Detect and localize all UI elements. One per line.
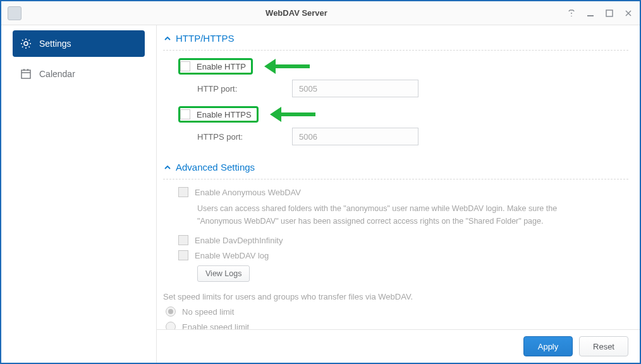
speed-intro: Set speed limits for users and groups wh… [163,289,628,304]
anon-checkbox[interactable] [178,187,188,197]
section-title: HTTP/HTTPS [176,33,235,44]
section-header-advanced[interactable]: Advanced Settings [163,159,628,179]
https-port-input[interactable] [292,128,418,145]
anon-description: Users can access shared folders with the… [163,202,568,228]
enable-https-row: Enable HTTPS [163,104,628,125]
arrow-annotation [264,61,310,71]
enable-http-highlight: Enable HTTP [178,58,253,75]
enable-http-checkbox[interactable] [180,61,190,71]
log-row: Enable WebDAV log [163,248,628,263]
radio-enable-row: Enable speed limit [163,319,628,329]
depth-checkbox[interactable] [178,235,188,245]
sidebar: Settings Calendar [1,25,157,363]
titlebar: WebDAV Server [1,1,640,25]
enable-limit-label: Enable speed limit [182,322,249,330]
apply-button[interactable]: Apply [523,336,573,356]
window-title: WebDAV Server [27,8,566,18]
body: Settings Calendar HTTP/HTTPS [1,25,640,363]
help-icon[interactable] [566,8,577,18]
radio-nolimit-row: No speed limit [163,304,628,319]
depth-label: Enable DavDepthInfinity [195,236,283,245]
enable-https-label: Enable HTTPS [197,110,252,119]
app-icon [8,6,21,20]
sidebar-item-label: Settings [39,39,71,49]
https-port-row: HTTPS port: [163,125,628,148]
reset-button[interactable]: Reset [579,336,628,356]
http-port-row: HTTP port: [163,77,628,100]
log-label: Enable WebDAV log [195,251,269,260]
anon-label: Enable Anonymous WebDAV [195,188,301,197]
https-port-label: HTTPS port: [197,132,292,142]
sidebar-item-settings[interactable]: Settings [13,30,145,57]
content: HTTP/HTTPS Enable HTTP HTTP port: [157,25,640,363]
gear-icon [20,38,32,49]
sidebar-item-label: Calendar [39,69,75,79]
section-title: Advanced Settings [176,162,255,173]
enable-http-label: Enable HTTP [197,62,246,71]
anon-row: Enable Anonymous WebDAV [163,185,628,200]
calendar-icon [20,68,32,80]
view-logs-button[interactable]: View Logs [197,265,250,282]
no-limit-radio[interactable] [166,306,176,317]
footer: Apply Reset [157,329,640,363]
minimize-icon[interactable] [585,8,595,18]
close-icon[interactable] [623,8,633,18]
log-checkbox[interactable] [178,250,188,260]
maximize-icon[interactable] [604,8,614,18]
no-limit-label: No speed limit [182,307,234,317]
app-window: WebDAV Server Settings [0,0,641,364]
svg-rect-1 [606,10,613,16]
enable-https-checkbox[interactable] [180,109,190,119]
chevron-down-icon [163,163,172,172]
window-controls [566,8,633,18]
depth-row: Enable DavDepthInfinity [163,233,628,248]
enable-https-highlight: Enable HTTPS [178,106,259,123]
enable-http-row: Enable HTTP [163,56,628,77]
http-port-input[interactable] [292,80,418,97]
svg-point-2 [24,42,28,46]
section-header-http[interactable]: HTTP/HTTPS [163,30,628,51]
chevron-down-icon [163,34,172,43]
content-scroll[interactable]: HTTP/HTTPS Enable HTTP HTTP port: [157,25,640,329]
enable-limit-radio[interactable] [166,322,176,329]
http-port-label: HTTP port: [197,84,292,94]
svg-rect-3 [21,70,30,78]
arrow-annotation [270,109,315,119]
sidebar-item-calendar[interactable]: Calendar [13,61,145,87]
